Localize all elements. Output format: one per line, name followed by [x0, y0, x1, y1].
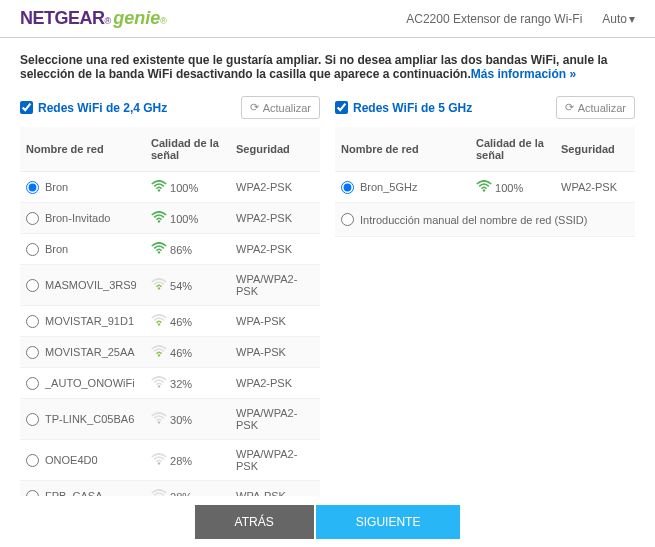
model-label: AC2200 Extensor de rango Wi-Fi — [406, 12, 582, 26]
network-radio[interactable] — [26, 181, 39, 194]
network-name: Bron — [45, 181, 68, 193]
network-name: _AUTO_ONOWiFi — [45, 377, 135, 389]
panels: Redes WiFi de 2,4 GHz ⟳ Actualizar Nombr… — [20, 96, 635, 547]
wifi-signal-icon — [151, 242, 167, 254]
security-value: WPA-PSK — [230, 306, 320, 337]
col-name: Nombre de red — [335, 127, 470, 172]
network-radio[interactable] — [26, 454, 39, 467]
signal-value: 46% — [170, 347, 192, 359]
wifi-signal-icon — [151, 278, 167, 290]
svg-point-2 — [158, 251, 160, 253]
col-security: Seguridad — [555, 127, 635, 172]
network-radio[interactable] — [26, 377, 39, 390]
band-24-check-input[interactable] — [20, 101, 33, 114]
table-row[interactable]: _AUTO_ONOWiFi 32%WPA2-PSK — [20, 368, 320, 399]
wifi-signal-icon — [151, 453, 167, 465]
refresh-5-button[interactable]: ⟳ Actualizar — [556, 96, 635, 119]
network-radio[interactable] — [26, 279, 39, 292]
band-5-check-input[interactable] — [335, 101, 348, 114]
table-24ghz: Nombre de red Calidad de la señal Seguri… — [20, 127, 320, 547]
wifi-signal-icon — [151, 412, 167, 424]
logo-netgear-text: NETGEAR — [20, 8, 105, 29]
security-value: WPA2-PSK — [555, 172, 635, 203]
signal-value: 86% — [170, 244, 192, 256]
network-name: MASMOVIL_3RS9 — [45, 279, 137, 291]
logo-genie-text: genie — [113, 8, 160, 29]
network-radio[interactable] — [26, 315, 39, 328]
security-value: WPA2-PSK — [230, 172, 320, 203]
table-row[interactable]: Bron 86%WPA2-PSK — [20, 234, 320, 265]
signal-value: 32% — [170, 378, 192, 390]
refresh-icon: ⟳ — [250, 101, 259, 114]
network-name: Bron-Invitado — [45, 212, 110, 224]
wifi-signal-icon — [151, 376, 167, 388]
col-signal: Calidad de la señal — [145, 127, 230, 172]
network-name: ONOE4D0 — [45, 454, 98, 466]
network-radio[interactable] — [26, 243, 39, 256]
svg-point-8 — [158, 462, 160, 464]
svg-point-6 — [158, 385, 160, 387]
language-selector[interactable]: Auto ▾ — [602, 12, 635, 26]
svg-point-13 — [483, 189, 485, 191]
svg-point-5 — [158, 354, 160, 356]
table-row[interactable]: ONOE4D0 28%WPA/WPA2-PSK — [20, 440, 320, 481]
network-radio[interactable] — [26, 346, 39, 359]
table-row[interactable]: Bron 100%WPA2-PSK — [20, 172, 320, 203]
svg-point-3 — [158, 287, 160, 289]
header-right: AC2200 Extensor de rango Wi-Fi Auto ▾ — [406, 12, 635, 26]
wifi-signal-icon — [151, 345, 167, 357]
signal-value: 46% — [170, 316, 192, 328]
col-signal: Calidad de la señal — [470, 127, 555, 172]
security-value: WPA/WPA2-PSK — [230, 399, 320, 440]
table-row[interactable]: MOVISTAR_91D1 46%WPA-PSK — [20, 306, 320, 337]
network-name: Bron_5GHz — [360, 181, 417, 193]
band-5-checkbox[interactable]: Redes WiFi de 5 GHz — [335, 101, 472, 115]
next-button[interactable]: SIGUIENTE — [316, 505, 461, 539]
manual-ssid-radio[interactable] — [341, 213, 354, 226]
security-value: WPA/WPA2-PSK — [230, 440, 320, 481]
table-row[interactable]: TP-LINK_C05BA6 30%WPA/WPA2-PSK — [20, 399, 320, 440]
security-value: WPA2-PSK — [230, 368, 320, 399]
panel-5ghz: Redes WiFi de 5 GHz ⟳ Actualizar Nombre … — [335, 96, 635, 547]
security-value: WPA2-PSK — [230, 203, 320, 234]
network-name: Bron — [45, 243, 68, 255]
signal-value: 30% — [170, 414, 192, 426]
network-name: MOVISTAR_91D1 — [45, 315, 134, 327]
content: Seleccione una red existente que le gust… — [0, 38, 655, 547]
network-name: MOVISTAR_25AA — [45, 346, 135, 358]
signal-value: 100% — [170, 182, 198, 194]
more-info-link[interactable]: Más información » — [471, 67, 576, 81]
signal-value: 100% — [495, 182, 523, 194]
network-name: TP-LINK_C05BA6 — [45, 413, 134, 425]
network-radio[interactable] — [341, 181, 354, 194]
table-row[interactable]: Bron_5GHz 100%WPA2-PSK — [335, 172, 635, 203]
network-radio[interactable] — [26, 413, 39, 426]
col-name: Nombre de red — [20, 127, 145, 172]
security-value: WPA/WPA2-PSK — [230, 265, 320, 306]
panel-24ghz: Redes WiFi de 2,4 GHz ⟳ Actualizar Nombr… — [20, 96, 320, 547]
wifi-signal-icon — [151, 314, 167, 326]
signal-value: 100% — [170, 213, 198, 225]
header: NETGEAR® genie® AC2200 Extensor de rango… — [0, 0, 655, 38]
back-button[interactable]: ATRÁS — [195, 505, 314, 539]
svg-point-1 — [158, 220, 160, 222]
wifi-signal-icon — [151, 211, 167, 223]
security-value: WPA-PSK — [230, 337, 320, 368]
svg-point-4 — [158, 323, 160, 325]
signal-value: 54% — [170, 280, 192, 292]
instruction-text: Seleccione una red existente que le gust… — [20, 53, 635, 81]
table-row[interactable]: MOVISTAR_25AA 46%WPA-PSK — [20, 337, 320, 368]
table-row[interactable]: MASMOVIL_3RS9 54%WPA/WPA2-PSK — [20, 265, 320, 306]
table-row[interactable]: Bron-Invitado 100%WPA2-PSK — [20, 203, 320, 234]
refresh-icon: ⟳ — [565, 101, 574, 114]
wifi-signal-icon — [151, 180, 167, 192]
table-5ghz: Nombre de red Calidad de la señal Seguri… — [335, 127, 635, 237]
band-24-checkbox[interactable]: Redes WiFi de 2,4 GHz — [20, 101, 167, 115]
col-security: Seguridad — [230, 127, 320, 172]
network-radio[interactable] — [26, 212, 39, 225]
logo: NETGEAR® genie® — [20, 8, 167, 29]
footer-nav: ATRÁS SIGUIENTE — [0, 496, 655, 547]
wifi-signal-icon — [476, 180, 492, 192]
refresh-24-button[interactable]: ⟳ Actualizar — [241, 96, 320, 119]
signal-value: 28% — [170, 455, 192, 467]
